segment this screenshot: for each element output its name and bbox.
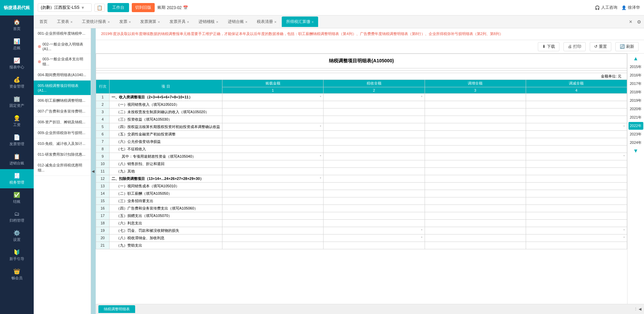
tab-7[interactable]: 进销台账× — [223, 17, 252, 27]
sidebar-item-vip[interactable]: 👑畅会员 — [0, 265, 34, 284]
row-c1-14[interactable] — [222, 197, 324, 205]
row-c3-3[interactable] — [425, 116, 526, 123]
row-c1-11[interactable]: * — [222, 175, 324, 182]
row-c4-18[interactable]: * — [526, 227, 627, 234]
row-c1-16[interactable] — [222, 212, 324, 219]
year-btn-2015年[interactable]: 2015年 — [628, 63, 643, 71]
row-c3-16[interactable] — [425, 212, 526, 219]
row-c3-12[interactable] — [425, 182, 526, 190]
row-c4-9[interactable] — [526, 160, 627, 167]
sidebar-item-fixed-assets[interactable]: 🏢固定资产 — [0, 92, 34, 112]
row-c2-15[interactable] — [324, 205, 425, 212]
reset-button[interactable]: ↺ 重置 — [590, 42, 611, 51]
sidebar-item-reports[interactable]: 📈报表中心 — [0, 54, 34, 73]
row-c2-11[interactable] — [324, 175, 425, 182]
sidebar-item-invoice-mgmt[interactable]: 📄发票管理 — [0, 131, 34, 150]
tab-close-5[interactable]: × — [187, 20, 189, 24]
sidebar-item-archive[interactable]: 🗂归档管理 — [0, 208, 34, 226]
year-btn-2019年[interactable]: 2019年 — [628, 97, 643, 104]
row-c1-19[interactable] — [222, 234, 324, 242]
row-c1-18[interactable] — [222, 227, 324, 234]
row-c3-4[interactable] — [425, 123, 526, 130]
year-btn-2021年[interactable]: 2021年 — [628, 114, 643, 121]
year-btn-2016年[interactable]: 2016年 — [628, 71, 643, 79]
tab-9[interactable]: 所得税汇算缴× — [282, 17, 318, 27]
left-panel-item-001[interactable]: 001-企业所得税年度纳税申... — [34, 28, 91, 39]
year-btn-2017年[interactable]: 2017年 — [628, 80, 643, 88]
row-c3-8[interactable] — [425, 153, 526, 160]
sidebar-item-settings[interactable]: ⚙️设置 — [0, 226, 34, 246]
left-panel-item-002[interactable]: ⊗002-一般企业收入明细表(A1... — [34, 39, 91, 54]
year-btn-2018年[interactable]: 2018年 — [628, 88, 643, 96]
row-c2-20[interactable] — [324, 242, 425, 249]
row-c1-12[interactable] — [222, 182, 324, 190]
year-btn-2020年[interactable]: 2020年 — [628, 105, 643, 113]
row-c4-17[interactable] — [526, 219, 627, 227]
refresh-button[interactable]: 🔄 刷新 — [615, 42, 639, 51]
left-panel-item-008[interactable]: 008-资产折旧、摊销及纳税... — [34, 117, 91, 128]
tab-close-9[interactable]: × — [312, 20, 314, 24]
row-c1-4[interactable]: * — [222, 123, 324, 130]
row-c2-1[interactable] — [324, 101, 425, 108]
sidebar-item-purchase-sales[interactable]: 📋进销台账 — [0, 150, 34, 169]
row-c2-7[interactable] — [324, 145, 425, 153]
tab-close-4[interactable]: × — [158, 20, 160, 24]
row-c2-9[interactable] — [324, 160, 425, 167]
row-c3-10[interactable] — [425, 167, 526, 175]
row-c4-8[interactable]: * — [526, 153, 627, 160]
year-btn-2023年[interactable]: 2023年 — [628, 130, 643, 138]
tab-0[interactable]: 首页 — [35, 17, 52, 27]
row-c1-3[interactable] — [222, 116, 324, 123]
left-panel-item-009[interactable]: 009-企业所得税弥补亏损明... — [34, 128, 91, 138]
row-c4-15[interactable] — [526, 205, 627, 212]
sidebar-item-home[interactable]: 🏠首页 — [0, 15, 34, 35]
row-c2-2[interactable] — [324, 108, 425, 116]
row-c4-20[interactable] — [526, 242, 627, 249]
left-panel-item-003[interactable]: ⊗003-一般企业成本支出明细... — [34, 54, 91, 70]
close-all-tabs-button[interactable]: × — [626, 19, 635, 25]
row-c4-16[interactable] — [526, 212, 627, 219]
tab-1[interactable]: 工资表× — [53, 17, 77, 27]
row-c2-8[interactable] — [324, 153, 425, 160]
tab-6[interactable]: 进销稽核× — [194, 17, 222, 27]
calendar-icon[interactable]: 📅 — [183, 5, 188, 10]
row-c1-0[interactable]: * — [222, 93, 324, 101]
row-c1-15[interactable] — [222, 205, 324, 212]
sidebar-item-new-guide[interactable]: 🔰新手引导 — [0, 246, 34, 265]
year-btn-2022年[interactable]: 2022年 — [628, 122, 643, 130]
row-c1-13[interactable] — [222, 190, 324, 197]
year-nav-down[interactable]: ▼ — [633, 147, 639, 155]
tab-close-8[interactable]: × — [274, 20, 276, 24]
left-panel-item-005[interactable]: 005-纳税调整项目明细表(A1... — [34, 81, 91, 95]
row-c2-12[interactable] — [324, 182, 425, 190]
row-c4-7[interactable] — [526, 145, 627, 153]
left-panel-item-012[interactable]: 012-减免企业所得税优惠明细... — [34, 160, 91, 176]
row-c3-20[interactable] — [425, 242, 526, 249]
row-c4-10[interactable] — [526, 167, 627, 175]
row-c3-19[interactable] — [425, 234, 526, 242]
tab-close-1[interactable]: × — [70, 20, 72, 24]
row-c4-11[interactable] — [526, 175, 627, 182]
row-c2-0[interactable]: * — [324, 93, 425, 101]
company-select[interactable]: (勿删）江西股宝-LSS ▼ — [38, 3, 92, 12]
tab-2[interactable]: 工资统计报表× — [78, 17, 114, 27]
user-menu[interactable]: 👤 徐泽华 — [621, 5, 640, 10]
left-panel-item-011[interactable]: 011-研发费用加计扣除优惠... — [34, 149, 91, 160]
row-c2-4[interactable] — [324, 123, 425, 130]
row-c3-18[interactable] — [425, 227, 526, 234]
row-c3-0[interactable] — [425, 93, 526, 101]
tab-close-7[interactable]: × — [245, 20, 247, 24]
tab-8[interactable]: 税表清册× — [252, 17, 281, 27]
year-btn-2024年[interactable]: 2024年 — [628, 139, 643, 147]
row-c2-16[interactable] — [324, 212, 425, 219]
row-c1-2[interactable] — [222, 108, 324, 116]
sidebar-item-settlement[interactable]: ✅结账 — [0, 188, 34, 208]
row-c2-10[interactable] — [324, 167, 425, 175]
tab-5[interactable]: 发票开具× — [165, 17, 193, 27]
row-c1-7[interactable] — [222, 145, 324, 153]
print-button[interactable]: 🖨 打印 — [563, 42, 586, 51]
sidebar-item-payroll[interactable]: 👷工资 — [0, 112, 34, 131]
tab-close-6[interactable]: × — [216, 20, 218, 24]
row-c1-10[interactable] — [222, 167, 324, 175]
row-c3-14[interactable] — [425, 197, 526, 205]
